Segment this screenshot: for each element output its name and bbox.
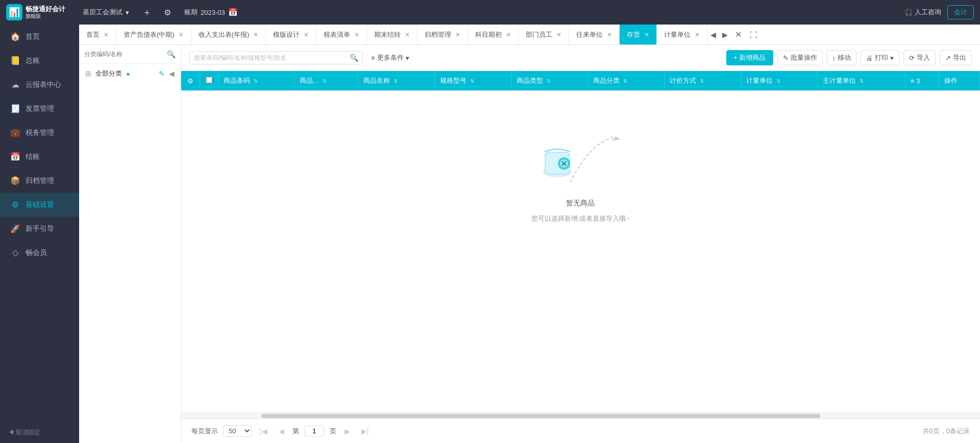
period-label: 账期 <box>184 8 198 17</box>
tab-period[interactable]: 期末结转 ✕ <box>367 25 418 44</box>
tab-template[interactable]: 模版设计 ✕ <box>266 25 316 44</box>
sidebar-item-close[interactable]: 📅 结账 <box>0 145 79 169</box>
category-search-input[interactable] <box>84 51 164 58</box>
member-icon: ◇ <box>10 248 20 258</box>
next-page-button[interactable]: ▶ <box>341 426 353 436</box>
tab-next-button[interactable]: ▶ <box>719 25 731 44</box>
page-number-input[interactable] <box>304 426 325 436</box>
col-checkbox[interactable] <box>200 71 218 90</box>
sidebar-item-guide[interactable]: 🚀 新手引导 <box>0 217 79 241</box>
tab-archive-close[interactable]: ✕ <box>455 32 460 38</box>
tab-income-close[interactable]: ✕ <box>253 32 258 38</box>
sidebar-item-settings[interactable]: ⚙ 基础设置 <box>0 193 79 217</box>
tab-dept-close[interactable]: ✕ <box>556 32 561 38</box>
category-active-indicator: ● <box>126 70 130 78</box>
move-button[interactable]: ↕ 移动 <box>827 50 857 65</box>
col-spec[interactable]: 规格型号 ⇅ <box>434 71 511 90</box>
category-edit-button[interactable]: ✎ <box>159 69 165 78</box>
company-selector[interactable]: 基层工会测试 ▾ <box>79 6 133 19</box>
tab-balance[interactable]: 资产负债表(中期) ✕ <box>116 25 191 44</box>
tab-subject-close[interactable]: ✕ <box>506 32 511 38</box>
col-unit[interactable]: 计量单位 ⇅ <box>741 71 817 90</box>
sort-type-icon: ⇅ <box>547 78 551 84</box>
horizontal-scrollbar[interactable] <box>181 412 980 418</box>
sort-main-unit-icon: ⇅ <box>860 78 864 84</box>
sidebar-item-member[interactable]: ◇ 畅会员 <box>0 241 79 265</box>
account-button[interactable]: 会计 <box>947 5 974 19</box>
select-all-checkbox[interactable] <box>206 77 212 83</box>
last-page-button[interactable]: ▶| <box>358 426 372 436</box>
company-name: 基层工会测试 <box>83 8 122 17</box>
tab-inventory-label: 存货 <box>627 30 640 39</box>
sidebar-item-tax[interactable]: 💼 税务管理 <box>0 121 79 145</box>
tab-unit-close[interactable]: ✕ <box>695 32 700 38</box>
ai-help-button[interactable]: 🎧 人工咨询 <box>904 8 941 17</box>
per-page-select[interactable]: 50 100 200 <box>223 425 252 437</box>
tab-template-close[interactable]: ✕ <box>304 32 309 38</box>
category-search-button[interactable]: 🔍 <box>167 50 176 58</box>
tab-prev-button[interactable]: ◀ <box>707 25 719 44</box>
tab-period-close[interactable]: ✕ <box>405 32 410 38</box>
tab-inventory-close[interactable]: ✕ <box>644 32 649 38</box>
settings-gear-button[interactable]: ⚙ <box>161 8 174 17</box>
col-type[interactable]: 商品类型 ⇅ <box>511 71 587 90</box>
sidebar-item-archive[interactable]: 📦 归档管理 <box>0 169 79 193</box>
sidebar-unpin-button[interactable]: ◀ 取消固定 <box>0 422 79 443</box>
tab-subject[interactable]: 科目期初 ✕ <box>468 25 519 44</box>
tab-close-all-button[interactable]: ✕ <box>731 25 746 44</box>
content-area: 首页 ✕ 资产负债表(中期) ✕ 收入支出表(年报) ✕ 模版设计 ✕ 税表清单… <box>79 25 980 443</box>
prev-page-button[interactable]: ◀ <box>276 426 287 436</box>
tab-archive[interactable]: 归档管理 ✕ <box>418 25 468 44</box>
col-code[interactable]: 商品... ⇅ <box>295 71 358 90</box>
col-barcode[interactable]: 商品条码 ⇅ <box>218 71 295 90</box>
sidebar-item-home[interactable]: 🏠 首页 <box>0 25 79 49</box>
first-page-button[interactable]: |◀ <box>257 426 271 436</box>
sidebar-item-invoice[interactable]: 🧾 发票管理 <box>0 97 79 121</box>
import-button[interactable]: ⟳ 导入 <box>903 50 936 65</box>
add-company-button[interactable]: ＋ <box>139 6 155 18</box>
calendar-icon[interactable]: 📅 <box>228 8 238 17</box>
print-button[interactable]: 🖨 打印 ▾ <box>861 50 899 65</box>
scrollbar-thumb[interactable] <box>261 414 821 418</box>
col-barcode-label: 商品条码 <box>224 77 250 84</box>
close-icon: 📅 <box>10 152 20 161</box>
tab-inventory[interactable]: 存货 ✕ <box>620 25 657 44</box>
table-container: ⚙ 商品条码 ⇅ 商品... ⇅ <box>181 71 980 412</box>
tab-partner-close[interactable]: ✕ <box>607 32 612 38</box>
category-collapse-button[interactable]: ◀ <box>169 69 175 78</box>
col-category-label: 商品分类 <box>593 77 620 84</box>
search-button[interactable]: 🔍 <box>350 54 358 62</box>
print-chevron-icon: ▾ <box>890 54 894 62</box>
export-button[interactable]: ↗ 导出 <box>940 50 972 65</box>
import-icon: ⟳ <box>909 54 915 62</box>
col-main-unit-label: 主计量单位 <box>823 77 856 84</box>
sort-barcode-icon: ⇅ <box>254 78 258 84</box>
filter-button[interactable]: ≡ 更多条件 ▾ <box>367 51 413 64</box>
batch-icon: ✎ <box>783 54 789 62</box>
add-product-button[interactable]: + 新增商品 <box>726 50 773 65</box>
search-input[interactable] <box>194 54 347 61</box>
tab-unit[interactable]: 计量单位 ✕ <box>657 25 707 44</box>
sidebar-item-ledger[interactable]: 📒 总账 <box>0 49 79 73</box>
tab-home[interactable]: 首页 ✕ <box>79 25 116 44</box>
filter-label: 更多条件 <box>377 53 404 62</box>
tab-tax[interactable]: 税表清单 ✕ <box>316 25 367 44</box>
tab-tax-close[interactable]: ✕ <box>354 32 359 38</box>
sidebar-item-report[interactable]: ☁ 云报表中心 <box>0 73 79 97</box>
col-price-mode[interactable]: 计价方式 ⇅ <box>664 71 741 90</box>
col-main-unit[interactable]: 主计量单位 ⇅ <box>817 71 905 90</box>
batch-operation-button[interactable]: ✎ 批量操作 <box>777 50 823 65</box>
tab-balance-close[interactable]: ✕ <box>179 32 184 38</box>
per-page-label: 每页显示 <box>191 427 218 436</box>
tab-dept[interactable]: 部门员工 ✕ <box>519 25 569 44</box>
col-settings[interactable]: ⚙ <box>181 71 200 90</box>
col-category[interactable]: 商品分类 ⇅ <box>587 71 664 90</box>
tab-home-close[interactable]: ✕ <box>104 32 109 38</box>
category-header: ⊞ 全部分类 ● ✎ ◀ <box>79 64 181 83</box>
col-extra[interactable]: ≡ 3 <box>905 71 939 90</box>
category-panel: 🔍 ⊞ 全部分类 ● ✎ ◀ <box>79 45 181 443</box>
tab-expand-button[interactable]: ⛶ <box>746 25 761 44</box>
col-name[interactable]: 商品名称 ⇅ <box>358 71 434 90</box>
tab-partner[interactable]: 往来单位 ✕ <box>569 25 620 44</box>
tab-income[interactable]: 收入支出表(年报) ✕ <box>191 25 266 44</box>
